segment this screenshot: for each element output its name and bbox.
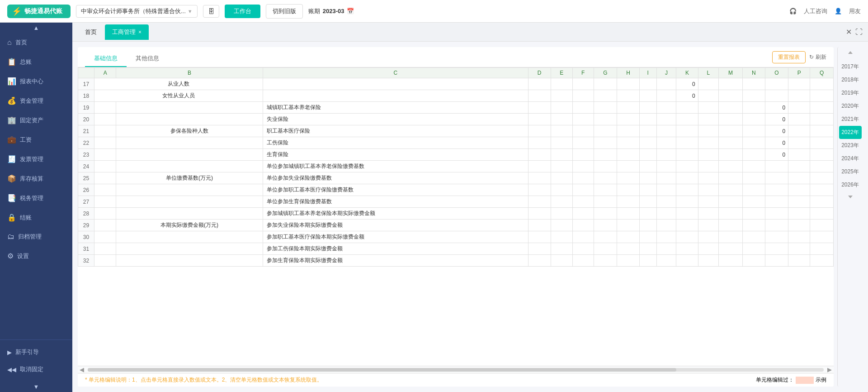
cell-21-k[interactable] [676, 125, 698, 137]
cell-19-k[interactable] [676, 102, 698, 114]
cell-19-o[interactable]: 0 [765, 102, 788, 114]
cell-28-l[interactable] [698, 208, 718, 220]
cell-26-p[interactable] [788, 184, 810, 196]
cell-31-q[interactable] [810, 243, 834, 255]
cell-27-i[interactable] [639, 196, 656, 208]
cell-20-c[interactable]: 失业保险 [263, 114, 528, 125]
cell-28-d[interactable] [528, 208, 551, 220]
cell-18-l[interactable] [698, 90, 718, 102]
cell-23-c[interactable]: 生育保险 [263, 149, 528, 161]
switch-version-button[interactable]: 切到旧版 [266, 4, 303, 19]
horizontal-scrollbar[interactable]: ◀ ▶ [78, 366, 834, 373]
cell-25-d[interactable] [528, 172, 551, 184]
year-2021[interactable]: 2021年 [839, 113, 862, 126]
cell-20-m[interactable] [718, 114, 742, 125]
cell-30-p[interactable] [788, 231, 810, 243]
company-selector[interactable]: 中审众环会计师事务所（特殊普通合伙... ▼ [76, 5, 198, 18]
cell-28-j[interactable] [656, 208, 676, 220]
cell-30-k[interactable] [676, 231, 698, 243]
cell-25-o[interactable] [765, 172, 788, 184]
support-label[interactable]: 人工咨询 [804, 7, 827, 15]
cell-20-j[interactable] [656, 114, 676, 125]
cell-31-m[interactable] [718, 243, 742, 255]
cell-26-g[interactable] [594, 184, 617, 196]
archive-btn[interactable]: 🗄 [203, 5, 219, 18]
cell-24-q[interactable] [810, 161, 834, 172]
cell-23-g[interactable] [594, 149, 617, 161]
window-expand-button[interactable]: ⛶ [855, 28, 863, 36]
cell-18-d[interactable] [528, 90, 551, 102]
sidebar-scroll-up[interactable]: ▲ [0, 23, 72, 33]
cell-32-i[interactable] [639, 255, 656, 267]
cell-22-n[interactable] [742, 137, 765, 149]
cell-32-e[interactable] [551, 255, 572, 267]
cell-18-q[interactable] [810, 90, 834, 102]
cell-18-g[interactable] [594, 90, 617, 102]
cell-24-h[interactable] [617, 161, 640, 172]
cell-26-f[interactable] [572, 184, 594, 196]
cell-21-a[interactable] [94, 125, 116, 137]
cell-17-j[interactable] [656, 78, 676, 90]
cell-20-q[interactable] [810, 114, 834, 125]
cell-21-o[interactable]: 0 [765, 125, 788, 137]
cell-28-f[interactable] [572, 208, 594, 220]
cell-25-h[interactable] [617, 172, 640, 184]
cell-22-k[interactable] [676, 137, 698, 149]
cell-27-b[interactable] [116, 196, 263, 208]
cell-18-a[interactable]: 女性从业人员 [94, 90, 263, 102]
cell-32-f[interactable] [572, 255, 594, 267]
cell-21-n[interactable] [742, 125, 765, 137]
cell-31-f[interactable] [572, 243, 594, 255]
cell-19-n[interactable] [742, 102, 765, 114]
cell-23-q[interactable] [810, 149, 834, 161]
cell-21-d[interactable] [528, 125, 551, 137]
year-2023[interactable]: 2023年 [839, 139, 862, 152]
cell-27-h[interactable] [617, 196, 640, 208]
cell-30-n[interactable] [742, 231, 765, 243]
cell-27-e[interactable] [551, 196, 572, 208]
cell-31-l[interactable] [698, 243, 718, 255]
cell-22-g[interactable] [594, 137, 617, 149]
sidebar-item-report[interactable]: 📊 报表中心 [0, 72, 72, 91]
cell-31-a[interactable] [94, 243, 116, 255]
cell-24-o[interactable] [765, 161, 788, 172]
cell-30-f[interactable] [572, 231, 594, 243]
cell-29-p[interactable] [788, 220, 810, 231]
cell-29-n[interactable] [742, 220, 765, 231]
cell-25-c[interactable]: 单位参加失业保险缴费基数 [263, 172, 528, 184]
cell-19-c[interactable]: 城镇职工基本养老保险 [263, 102, 528, 114]
cell-21-p[interactable] [788, 125, 810, 137]
cell-23-f[interactable] [572, 149, 594, 161]
cell-22-d[interactable] [528, 137, 551, 149]
sidebar-item-closing[interactable]: 🔒 结账 [0, 208, 72, 227]
cell-18-n[interactable] [742, 90, 765, 102]
cell-23-o[interactable]: 0 [765, 149, 788, 161]
year-2020[interactable]: 2020年 [839, 100, 862, 113]
cell-23-b[interactable] [116, 149, 263, 161]
cell-27-q[interactable] [810, 196, 834, 208]
cell-22-j[interactable] [656, 137, 676, 149]
cell-29-a[interactable] [94, 220, 116, 231]
cell-23-k[interactable] [676, 149, 698, 161]
cell-29-k[interactable] [676, 220, 698, 231]
cell-28-m[interactable] [718, 208, 742, 220]
cell-23-j[interactable] [656, 149, 676, 161]
cell-32-p[interactable] [788, 255, 810, 267]
cell-19-b[interactable] [116, 102, 263, 114]
cell-24-b[interactable] [116, 161, 263, 172]
cell-17-n[interactable] [742, 78, 765, 90]
cell-29-l[interactable] [698, 220, 718, 231]
cell-18-o[interactable] [765, 90, 788, 102]
cell-25-k[interactable] [676, 172, 698, 184]
cell-29-b[interactable]: 本期实际缴费金额(万元) [116, 220, 263, 231]
cell-20-e[interactable] [551, 114, 572, 125]
cell-32-o[interactable] [765, 255, 788, 267]
scroll-left-arrow[interactable]: ◀ [78, 366, 86, 373]
cell-19-l[interactable] [698, 102, 718, 114]
cell-24-p[interactable] [788, 161, 810, 172]
cell-24-g[interactable] [594, 161, 617, 172]
cell-21-m[interactable] [718, 125, 742, 137]
cell-21-h[interactable] [617, 125, 640, 137]
cell-31-c[interactable]: 参加工伤保险本期实际缴费金额 [263, 243, 528, 255]
cell-28-c[interactable]: 参加城镇职工基本养老保险本期实际缴费金额 [263, 208, 528, 220]
